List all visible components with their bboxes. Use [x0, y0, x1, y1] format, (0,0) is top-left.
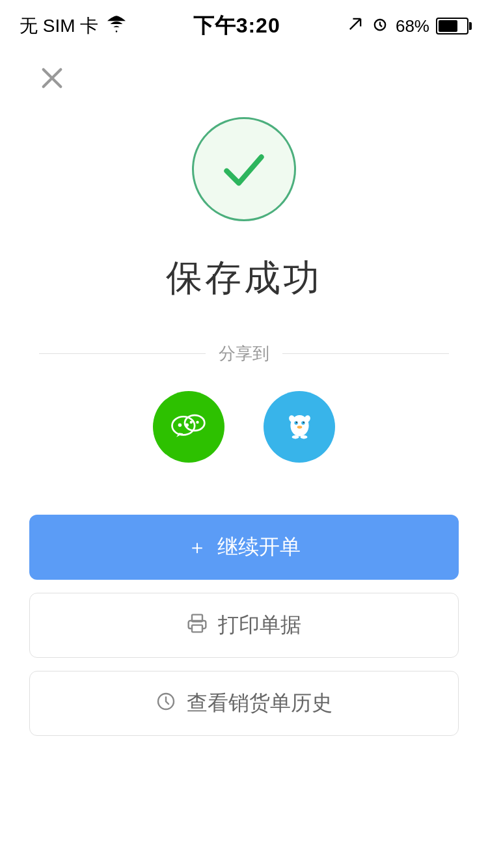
qq-share-button[interactable]	[264, 391, 335, 463]
svg-point-12	[295, 422, 297, 423]
printer-icon	[187, 613, 208, 638]
svg-point-5	[178, 423, 181, 426]
status-left: 无 SIM 卡	[20, 14, 127, 39]
status-bar: 无 SIM 卡 下午3:20 68%	[0, 0, 488, 52]
history-button[interactable]: 查看销货单历史	[29, 671, 459, 736]
status-right: 68%	[346, 15, 468, 38]
wifi-icon	[106, 14, 127, 39]
svg-point-11	[301, 421, 305, 424]
battery-percent: 68%	[396, 16, 429, 36]
svg-point-14	[297, 426, 302, 428]
print-button[interactable]: 打印单据	[29, 593, 459, 658]
divider-left	[39, 353, 206, 354]
divider-right	[282, 353, 449, 354]
svg-rect-20	[192, 625, 202, 632]
share-icons	[153, 391, 335, 463]
success-title: 保存成功	[166, 254, 322, 303]
checkmark-icon	[218, 143, 270, 195]
plus-icon: ＋	[187, 534, 207, 561]
svg-point-8	[196, 420, 198, 423]
svg-point-10	[294, 421, 297, 424]
svg-point-3	[172, 416, 195, 435]
success-circle	[192, 117, 296, 221]
wechat-share-button[interactable]	[153, 391, 224, 463]
print-label: 打印单据	[218, 611, 301, 640]
share-label: 分享到	[206, 342, 282, 365]
location-icon	[346, 15, 364, 38]
svg-point-7	[189, 420, 192, 423]
history-label: 查看销货单历史	[187, 689, 332, 718]
action-buttons: ＋ 继续开单 打印单据 查看销货单历史	[29, 515, 459, 736]
continue-order-button[interactable]: ＋ 继续开单	[29, 515, 459, 580]
close-button[interactable]	[33, 59, 72, 98]
qq-icon	[278, 406, 321, 448]
svg-point-6	[185, 423, 188, 426]
continue-order-label: 继续开单	[217, 533, 301, 562]
alarm-icon	[371, 15, 389, 38]
battery-icon	[436, 18, 468, 34]
carrier-text: 无 SIM 卡	[20, 14, 98, 38]
clock-icon	[156, 691, 176, 716]
svg-point-17	[291, 435, 299, 438]
main-content: 保存成功 分享到	[0, 52, 488, 736]
svg-point-13	[303, 422, 304, 423]
status-time: 下午3:20	[193, 12, 280, 40]
share-divider: 分享到	[0, 342, 488, 365]
wechat-icon	[168, 406, 210, 448]
svg-point-18	[300, 435, 307, 438]
